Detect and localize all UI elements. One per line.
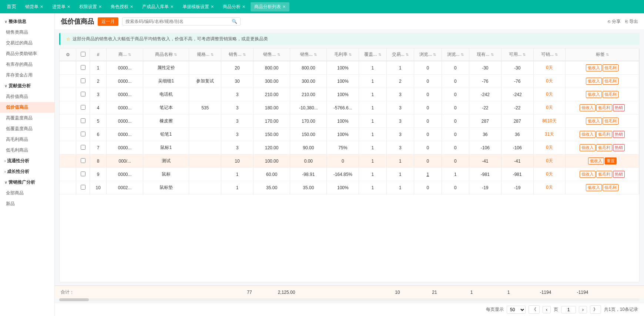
- sidebar-item-sales-products[interactable]: 销售类商品: [0, 27, 54, 38]
- cell-checkbox[interactable]: [76, 181, 90, 194]
- close-icon[interactable]: ✕: [130, 4, 133, 9]
- search-icon[interactable]: 🔍: [232, 19, 237, 24]
- th-transaction[interactable]: 交易... ⇅: [386, 48, 414, 61]
- cell-checkbox[interactable]: [76, 88, 90, 101]
- close-icon[interactable]: ✕: [282, 4, 286, 9]
- cell-browse1[interactable]: 0: [414, 61, 442, 75]
- row-checkbox[interactable]: [81, 145, 85, 150]
- row-checkbox[interactable]: [81, 78, 85, 83]
- th-name[interactable]: 商品名称 ⇅: [143, 48, 189, 61]
- sidebar-group-overall[interactable]: ∨ 整体信息: [0, 16, 54, 27]
- cell-browse1[interactable]: 1: [414, 168, 442, 181]
- close-icon[interactable]: ✕: [211, 4, 214, 9]
- next-page-button[interactable]: ›: [579, 306, 587, 313]
- th-col2[interactable]: 销售... ⇅: [253, 48, 290, 61]
- sidebar-item-high-value[interactable]: 高价值商品: [0, 91, 54, 102]
- cell-checkbox[interactable]: [76, 115, 90, 128]
- cell-browse1[interactable]: 0: [414, 101, 442, 115]
- data-table-container[interactable]: ⚙ # 商... ⇅ 商品名称 ⇅ 规格... ⇅ 销售... ⇅ 销售... …: [59, 48, 640, 282]
- export-button[interactable]: ⎗ 导出: [625, 18, 638, 25]
- cell-checkbox[interactable]: [76, 168, 90, 181]
- sidebar-item-traded-products[interactable]: 交易过的商品: [0, 38, 54, 48]
- sidebar-item-all-products[interactable]: 全部商品: [0, 188, 54, 198]
- th-col3[interactable]: 销售... ⇅: [290, 48, 327, 61]
- nav-home[interactable]: 首页: [3, 2, 20, 11]
- sidebar-item-low-margin[interactable]: 低毛利商品: [0, 145, 54, 156]
- row-checkbox[interactable]: [81, 118, 85, 123]
- cell-checkbox[interactable]: [76, 128, 90, 141]
- sidebar-item-stock-products[interactable]: 有库存的商品: [0, 59, 54, 70]
- row-checkbox[interactable]: [81, 158, 85, 163]
- nav-template[interactable]: 单据模板设置 ✕: [179, 2, 218, 11]
- nav-sales[interactable]: 销货单 ✕: [21, 2, 47, 11]
- row-checkbox[interactable]: [81, 65, 85, 70]
- close-icon[interactable]: ✕: [40, 4, 43, 9]
- sidebar-group-marketing[interactable]: ∨ 营销推广分析: [0, 177, 54, 188]
- row-checkbox[interactable]: [81, 185, 85, 190]
- per-page-select[interactable]: 50 100 200: [507, 306, 526, 314]
- cell-browse1[interactable]: 0: [414, 115, 442, 128]
- sidebar-item-low-coverage[interactable]: 低覆盖度商品: [0, 123, 54, 134]
- th-stock1[interactable]: 现有... ⇅: [469, 48, 501, 61]
- date-filter-button[interactable]: 近一月: [98, 17, 118, 26]
- cell-checkbox[interactable]: [76, 61, 90, 75]
- cell-browse1[interactable]: 0: [414, 128, 442, 141]
- cell-checkbox[interactable]: [76, 101, 90, 115]
- th-tags[interactable]: 标签 ⇅: [566, 48, 639, 61]
- first-page-button[interactable]: 《: [529, 305, 540, 314]
- prev-page-button[interactable]: ‹: [543, 306, 551, 313]
- row-checkbox[interactable]: [81, 92, 85, 96]
- close-icon[interactable]: ✕: [242, 4, 245, 9]
- sidebar-item-high-coverage[interactable]: 高覆盖度商品: [0, 113, 54, 123]
- row-checkbox[interactable]: [81, 105, 85, 110]
- horizontal-scrollbar[interactable]: [59, 298, 640, 301]
- sidebar-group-contribution[interactable]: ∨ 贡献值分析: [0, 81, 54, 91]
- nav-product-analysis-list[interactable]: 商品分析列表 ✕: [251, 2, 289, 11]
- th-stock3[interactable]: 可销... ⇅: [533, 48, 566, 61]
- row-checkbox[interactable]: [81, 171, 85, 176]
- browse-link[interactable]: 1: [426, 172, 429, 177]
- sidebar-item-high-margin[interactable]: 高毛利商品: [0, 134, 54, 145]
- th-browse1[interactable]: 浏览... ⇅: [414, 48, 442, 61]
- cell-coverage: 1: [359, 75, 386, 88]
- th-col1[interactable]: 销售... ⇅: [221, 48, 254, 61]
- sidebar-item-category-rate[interactable]: 商品分类助销率: [0, 48, 54, 59]
- scrollbar-thumb[interactable]: [59, 298, 89, 301]
- last-page-button[interactable]: 》: [590, 305, 601, 314]
- sidebar-group-liquidity[interactable]: › 流通性分析: [0, 156, 54, 166]
- nav-purchase[interactable]: 进货单 ✕: [48, 2, 74, 11]
- close-icon[interactable]: ✕: [98, 4, 102, 9]
- footer-spacer7: [601, 290, 638, 295]
- th-browse2[interactable]: 浏览... ⇅: [442, 48, 469, 61]
- nav-product-analysis[interactable]: 商品分析 ✕: [219, 2, 249, 11]
- sidebar-item-low-value[interactable]: 低价值商品: [0, 102, 54, 113]
- nav-product-entry[interactable]: 产成品入库单 ✕: [138, 2, 177, 11]
- row-checkbox[interactable]: [81, 132, 85, 136]
- nav-permission[interactable]: 权限设置 ✕: [76, 2, 105, 11]
- search-input[interactable]: [125, 19, 229, 24]
- th-spec[interactable]: 规格... ⇅: [189, 48, 221, 61]
- th-margin[interactable]: 毛利率 ⇅: [327, 48, 359, 61]
- share-button[interactable]: ⎋ 分享: [608, 18, 621, 25]
- cell-browse1[interactable]: 0: [414, 154, 442, 168]
- sidebar-group-growth[interactable]: › 成长性分析: [0, 166, 54, 177]
- cell-browse1[interactable]: 0: [414, 88, 442, 101]
- th-coverage[interactable]: 覆盖... ⇅: [359, 48, 386, 61]
- nav-role[interactable]: 角色授权 ✕: [107, 2, 137, 11]
- page-number-input[interactable]: [561, 306, 576, 313]
- cell-browse1[interactable]: 0: [414, 181, 442, 194]
- th-checkbox[interactable]: [76, 48, 90, 61]
- close-icon[interactable]: ✕: [67, 4, 70, 9]
- close-icon[interactable]: ✕: [170, 4, 174, 9]
- th-stock2[interactable]: 可用... ⇅: [501, 48, 533, 61]
- cell-checkbox[interactable]: [76, 141, 90, 154]
- select-all-checkbox[interactable]: [81, 52, 85, 57]
- sidebar-item-stock-capital[interactable]: 库存资金占用: [0, 70, 54, 81]
- cell-checkbox[interactable]: [76, 154, 90, 168]
- sidebar-item-new-products[interactable]: 新品: [0, 198, 54, 209]
- cell-browse1[interactable]: 0: [414, 75, 442, 88]
- th-code[interactable]: 商... ⇅: [107, 48, 143, 61]
- cell-browse1[interactable]: 0: [414, 141, 442, 154]
- cell-checkbox[interactable]: [76, 75, 90, 88]
- th-settings[interactable]: ⚙: [60, 48, 76, 61]
